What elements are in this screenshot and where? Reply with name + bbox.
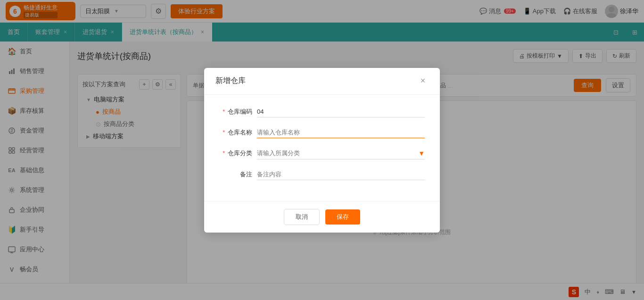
form-row-category: * 仓库分类 ▼ bbox=[219, 148, 425, 159]
category-dropdown-icon[interactable]: ▼ bbox=[418, 150, 425, 157]
category-label: * 仓库分类 bbox=[219, 149, 257, 158]
modal-body: * 仓库编码 * 仓库名称 * 仓库分类 bbox=[204, 95, 440, 201]
category-input[interactable] bbox=[257, 150, 418, 157]
remark-input[interactable] bbox=[257, 169, 425, 180]
save-button[interactable]: 保存 bbox=[325, 209, 360, 225]
code-label: * 仓库编码 bbox=[219, 108, 257, 116]
name-label: * 仓库名称 bbox=[219, 128, 257, 137]
code-required-mark: * bbox=[223, 108, 225, 115]
category-required-mark: * bbox=[223, 150, 225, 157]
modal-title: 新增仓库 bbox=[215, 76, 246, 86]
form-row-remark: 备注 bbox=[219, 169, 425, 180]
modal-header: 新增仓库 × bbox=[204, 68, 440, 95]
add-warehouse-modal: 新增仓库 × * 仓库编码 * 仓库名称 bbox=[204, 68, 440, 233]
form-row-code: * 仓库编码 bbox=[219, 106, 425, 117]
name-required-mark: * bbox=[223, 129, 225, 136]
remark-label: 备注 bbox=[219, 170, 257, 179]
modal-footer: 取消 保存 bbox=[204, 201, 440, 233]
name-input[interactable] bbox=[257, 127, 425, 138]
cancel-button[interactable]: 取消 bbox=[284, 209, 320, 225]
modal-overlay[interactable]: 新增仓库 × * 仓库编码 * 仓库名称 bbox=[0, 0, 644, 300]
modal-close-button[interactable]: × bbox=[417, 75, 429, 87]
category-select-wrap: ▼ bbox=[257, 148, 425, 159]
form-row-name: * 仓库名称 bbox=[219, 127, 425, 138]
code-input[interactable] bbox=[257, 106, 425, 117]
